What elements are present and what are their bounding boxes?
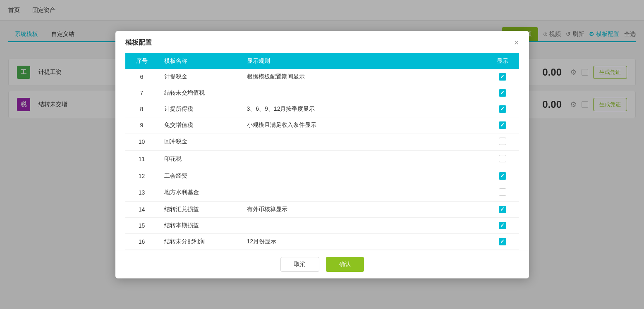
row-id: 10 <box>125 133 158 150</box>
modal-overlay: 模板配置 × 序号 模板名称 显示规则 显示 6计提税金根据模板配置期间显 <box>0 0 644 309</box>
row-rule <box>241 85 486 101</box>
row-checkbox-cell <box>486 184 519 201</box>
col-header-id: 序号 <box>125 53 158 69</box>
row-rule <box>241 168 486 184</box>
row-name: 结转本期损益 <box>158 217 241 233</box>
cancel-button[interactable]: 取消 <box>280 257 319 272</box>
table-row: 11印花税 <box>125 150 519 168</box>
row-id: 13 <box>125 184 158 201</box>
modal-title: 模板配置 <box>125 38 152 47</box>
table-row: 8计提所得税3、6、9、12月按季度显示 <box>125 101 519 117</box>
row-checkbox-cell <box>486 117 519 133</box>
row-checkbox[interactable] <box>499 172 506 180</box>
row-rule <box>241 217 486 233</box>
modal-header: 模板配置 × <box>115 31 529 53</box>
row-checkbox-cell <box>486 150 519 168</box>
row-id: 11 <box>125 150 158 168</box>
config-table: 序号 模板名称 显示规则 显示 6计提税金根据模板配置期间显示7结转未交增值税8… <box>125 53 519 250</box>
row-name: 工会经费 <box>158 168 241 184</box>
row-name: 计提税金 <box>158 69 241 85</box>
row-checkbox-cell <box>486 101 519 117</box>
confirm-button[interactable]: 确认 <box>326 257 364 272</box>
table-row: 7结转未交增值税 <box>125 85 519 101</box>
modal-template-config: 模板配置 × 序号 模板名称 显示规则 显示 6计提税金根据模板配置期间显 <box>115 31 529 278</box>
row-rule: 3、6、9、12月按季度显示 <box>241 101 486 117</box>
row-name: 地方水利基金 <box>158 184 241 201</box>
row-checkbox-cell <box>486 201 519 217</box>
row-checkbox[interactable] <box>499 155 506 162</box>
table-row: 10回冲税金 <box>125 133 519 150</box>
row-checkbox[interactable] <box>499 238 506 245</box>
row-checkbox[interactable] <box>499 121 506 129</box>
row-checkbox[interactable] <box>499 105 506 113</box>
table-row: 6计提税金根据模板配置期间显示 <box>125 69 519 85</box>
row-rule <box>241 133 486 150</box>
row-checkbox[interactable] <box>499 138 506 145</box>
row-name: 印花税 <box>158 150 241 168</box>
row-id: 7 <box>125 85 158 101</box>
modal-body: 序号 模板名称 显示规则 显示 6计提税金根据模板配置期间显示7结转未交增值税8… <box>115 53 529 250</box>
row-name: 结转未分配利润 <box>158 233 241 250</box>
row-checkbox-cell <box>486 168 519 184</box>
row-checkbox[interactable] <box>499 188 506 196</box>
col-header-rule: 显示规则 <box>241 53 486 69</box>
row-checkbox[interactable] <box>499 89 506 97</box>
row-checkbox[interactable] <box>499 222 506 229</box>
modal-close-button[interactable]: × <box>514 38 519 47</box>
row-checkbox[interactable] <box>499 206 506 213</box>
row-checkbox-cell <box>486 217 519 233</box>
row-checkbox-cell <box>486 69 519 85</box>
table-row: 14结转汇兑损益有外币核算显示 <box>125 201 519 217</box>
row-id: 16 <box>125 233 158 250</box>
table-row: 15结转本期损益 <box>125 217 519 233</box>
row-rule: 12月份显示 <box>241 233 486 250</box>
row-checkbox-cell <box>486 133 519 150</box>
row-rule: 根据模板配置期间显示 <box>241 69 486 85</box>
row-rule: 小规模且满足收入条件显示 <box>241 117 486 133</box>
row-name: 结转汇兑损益 <box>158 201 241 217</box>
table-row: 16结转未分配利润12月份显示 <box>125 233 519 250</box>
row-rule: 有外币核算显示 <box>241 201 486 217</box>
row-id: 12 <box>125 168 158 184</box>
row-id: 15 <box>125 217 158 233</box>
modal-footer: 取消 确认 <box>115 250 529 278</box>
row-id: 8 <box>125 101 158 117</box>
row-id: 14 <box>125 201 158 217</box>
row-checkbox[interactable] <box>499 73 506 81</box>
table-row: 9免交增值税小规模且满足收入条件显示 <box>125 117 519 133</box>
row-name: 回冲税金 <box>158 133 241 150</box>
row-rule <box>241 184 486 201</box>
row-checkbox-cell <box>486 85 519 101</box>
col-header-name: 模板名称 <box>158 53 241 69</box>
table-row: 12工会经费 <box>125 168 519 184</box>
row-name: 计提所得税 <box>158 101 241 117</box>
row-rule <box>241 150 486 168</box>
col-header-display: 显示 <box>486 53 519 69</box>
table-row: 13地方水利基金 <box>125 184 519 201</box>
row-id: 6 <box>125 69 158 85</box>
row-name: 免交增值税 <box>158 117 241 133</box>
row-id: 9 <box>125 117 158 133</box>
row-checkbox-cell <box>486 233 519 250</box>
row-name: 结转未交增值税 <box>158 85 241 101</box>
config-table-wrap[interactable]: 序号 模板名称 显示规则 显示 6计提税金根据模板配置期间显示7结转未交增值税8… <box>125 53 519 250</box>
